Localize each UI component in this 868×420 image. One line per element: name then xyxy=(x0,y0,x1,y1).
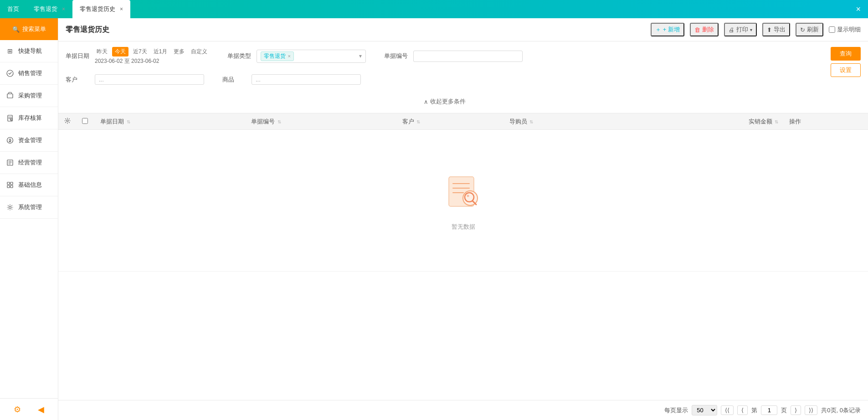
tab-home-label: 首页 xyxy=(7,5,19,13)
goods-placeholder: ... xyxy=(256,76,261,83)
col-checkbox[interactable] xyxy=(77,113,95,130)
tab-retail-return-history-close[interactable]: × xyxy=(120,6,123,12)
tab-home[interactable]: 首页 xyxy=(0,0,26,18)
svg-rect-8 xyxy=(7,185,10,188)
filter-doctype-item: 单据类型 零售退货 × ▾ xyxy=(227,50,366,63)
sort-doc-date-icon: ⇅ xyxy=(127,119,130,124)
print-button[interactable]: 🖨 打印 ▾ xyxy=(724,23,757,36)
sidebar-item-quick-nav-label: 快捷导航 xyxy=(18,47,42,55)
customer-placeholder: ... xyxy=(99,76,104,83)
filter-area: 单据日期 昨天 今天 近7天 近1月 更多 自定义 2 xyxy=(58,41,868,113)
sidebar-item-quick-nav[interactable]: ⊞ 快捷导航 xyxy=(0,40,58,62)
shortcut-7days[interactable]: 近7天 xyxy=(131,47,149,56)
page-label: 第 xyxy=(751,406,757,415)
window-close-button[interactable]: × xyxy=(848,5,868,14)
search-icon: 🔍 xyxy=(12,26,20,33)
sidebar-search-label: 搜索菜单 xyxy=(22,25,46,33)
page-unit: 页 xyxy=(781,406,787,415)
shortcut-today[interactable]: 今天 xyxy=(112,47,128,56)
sidebar-item-basic-info[interactable]: 基础信息 xyxy=(0,174,58,196)
docno-input[interactable] xyxy=(413,51,523,62)
refresh-icon: ↻ xyxy=(800,26,805,33)
tab-retail-return-history[interactable]: 零售退货历史 × xyxy=(72,0,130,18)
show-detail-label: 显示明细 xyxy=(837,26,861,34)
svg-rect-6 xyxy=(7,182,10,184)
add-button[interactable]: ＋ + 新增 xyxy=(651,23,684,36)
collapse-filter-button[interactable]: ∧ 收起更多条件 xyxy=(416,96,473,108)
system-mgmt-icon xyxy=(5,203,15,212)
next-page-button[interactable]: ⟩ xyxy=(791,405,801,415)
first-page-button[interactable]: ⟨⟨ xyxy=(721,405,734,415)
sidebar-item-operations[interactable]: 经营管理 xyxy=(0,152,58,174)
sidebar-item-purchase-mgmt[interactable]: 采购管理 xyxy=(0,85,58,107)
svg-rect-9 xyxy=(10,185,13,188)
col-guide[interactable]: 导购员 ⇅ xyxy=(504,113,633,130)
doctype-tag-close[interactable]: × xyxy=(288,53,290,59)
date-range-display: 2023-06-02 至 2023-06-02 xyxy=(95,57,209,65)
col-settings[interactable] xyxy=(58,113,77,130)
filter-docno-item: 单据编号 xyxy=(384,51,523,62)
filter-goods-item: 商品 ... xyxy=(222,74,361,85)
shortcut-1month[interactable]: 近1月 xyxy=(152,47,169,56)
customer-select[interactable]: ... xyxy=(95,74,204,85)
delete-icon: 🗑 xyxy=(694,26,700,33)
empty-icon xyxy=(441,170,486,215)
collapse-sidebar-icon[interactable]: ◀ xyxy=(38,405,44,415)
select-all-checkbox[interactable] xyxy=(82,118,88,124)
sidebar-search[interactable]: 🔍 搜索菜单 xyxy=(0,18,58,40)
docno-filter-label: 单据编号 xyxy=(384,52,410,60)
data-table: 单据日期 ⇅ 单据编号 ⇅ 客户 ⇅ 导购员 ⇅ xyxy=(58,113,868,271)
toolbar: ＋ + 新增 🗑 删除 🖨 打印 ▾ ⬆ 导出 ↻ xyxy=(651,23,861,36)
shortcut-more[interactable]: 更多 xyxy=(172,47,186,56)
col-doc-date[interactable]: 单据日期 ⇅ xyxy=(95,113,246,130)
goods-filter-label: 商品 xyxy=(222,76,248,84)
show-detail-toggle: 显示明细 xyxy=(829,26,861,34)
sort-doc-no-icon: ⇅ xyxy=(277,119,281,124)
doctype-select[interactable]: 零售退货 × ▾ xyxy=(257,50,366,63)
sort-amount-icon: ⇅ xyxy=(775,119,778,124)
prev-page-button[interactable]: ⟨ xyxy=(737,405,748,415)
collapse-icon: ∧ xyxy=(424,98,428,105)
svg-rect-7 xyxy=(10,182,13,184)
tab-retail-return[interactable]: 零售退货 × xyxy=(26,0,72,18)
shortcut-yesterday[interactable]: 昨天 xyxy=(95,47,109,56)
sidebar-item-finance-label: 资金管理 xyxy=(18,136,42,144)
operations-icon xyxy=(5,158,15,167)
svg-point-10 xyxy=(9,206,11,209)
purchase-mgmt-icon xyxy=(5,91,15,100)
export-button[interactable]: ⬆ 导出 xyxy=(762,23,790,36)
tab-retail-return-close[interactable]: × xyxy=(62,6,65,12)
goods-select[interactable]: ... xyxy=(252,74,361,85)
tab-retail-return-label: 零售退货 xyxy=(34,5,57,13)
delete-button[interactable]: 🗑 删除 xyxy=(690,23,719,36)
col-doc-no[interactable]: 单据编号 ⇅ xyxy=(246,113,396,130)
sidebar-nav: ⊞ 快捷导航 销售管理 采购管理 库存核算 xyxy=(0,40,58,398)
sort-customer-icon: ⇅ xyxy=(416,119,420,124)
sidebar-item-finance[interactable]: 资金管理 xyxy=(0,129,58,152)
page-input[interactable] xyxy=(761,405,777,415)
col-customer[interactable]: 客户 ⇅ xyxy=(397,113,504,130)
export-icon: ⬆ xyxy=(767,26,772,33)
col-amount[interactable]: 实销金额 ⇅ xyxy=(633,113,784,130)
collapse-label: 收起更多条件 xyxy=(430,97,466,106)
refresh-button[interactable]: ↻ 刷新 xyxy=(796,23,823,36)
print-arrow-icon: ▾ xyxy=(750,27,752,32)
total-records-label: 共0页, 0条记录 xyxy=(821,406,861,415)
sidebar-item-inventory-label: 库存核算 xyxy=(18,114,42,122)
sidebar-bottom: ⚙ ◀ xyxy=(0,398,58,420)
setting-button[interactable]: 设置 xyxy=(831,63,861,77)
sidebar-item-system-mgmt[interactable]: 系统管理 xyxy=(0,196,58,219)
svg-point-11 xyxy=(67,120,68,122)
sales-mgmt-icon xyxy=(5,69,15,78)
query-button[interactable]: 查询 xyxy=(831,47,861,61)
sidebar-item-inventory[interactable]: 库存核算 xyxy=(0,107,58,129)
sidebar-item-sales-mgmt[interactable]: 销售管理 xyxy=(0,62,58,85)
last-page-button[interactable]: ⟩⟩ xyxy=(805,405,817,415)
per-page-select[interactable]: 50 10 20 100 xyxy=(692,405,717,415)
settings-bottom-icon[interactable]: ⚙ xyxy=(14,405,21,415)
svg-rect-1 xyxy=(7,94,13,98)
print-icon: 🖨 xyxy=(729,26,734,33)
empty-state: 暂无数据 xyxy=(64,133,863,267)
show-detail-checkbox[interactable] xyxy=(829,26,835,33)
shortcut-custom[interactable]: 自定义 xyxy=(189,47,209,56)
